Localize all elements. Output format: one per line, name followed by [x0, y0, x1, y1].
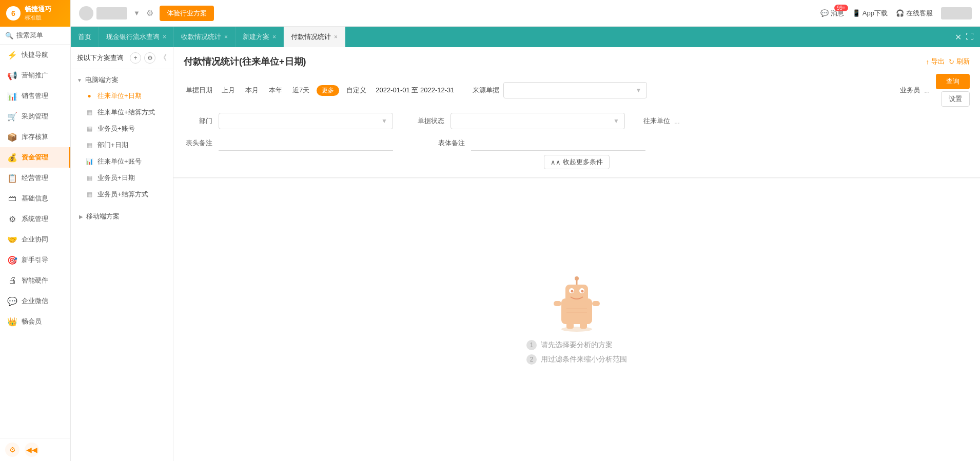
sidebar-item-cooperation[interactable]: 🤝 企业协同 — [0, 229, 70, 250]
salesperson-filter-group: 业务员 ... — [891, 86, 930, 95]
scheme-item-icon-table: ▦ — [85, 108, 93, 116]
svg-rect-12 — [580, 323, 587, 329]
export-btn[interactable]: ↑ 导出 — [926, 57, 945, 66]
topbar-dropdown-icon[interactable]: ▼ — [133, 9, 140, 17]
tab-new-scheme-close[interactable]: × — [272, 34, 276, 40]
source-select[interactable]: ▼ — [503, 82, 647, 98]
scheme-item-partner-date[interactable]: ● 往来单位+日期 — [71, 88, 173, 104]
tab-cash-flow-close[interactable]: × — [163, 34, 166, 40]
sidebar-item-label: 企业微信 — [22, 296, 48, 306]
order-status-select[interactable]: ▼ — [450, 113, 625, 129]
dept-select[interactable]: ▼ — [219, 113, 393, 129]
scheme-item-partner-account[interactable]: 📊 往来单位+账号 — [71, 153, 173, 170]
trial-btn[interactable]: 体验行业方案 — [160, 6, 214, 21]
date-opt-custom[interactable]: 自定义 — [343, 85, 369, 96]
sidebar-item-quick-nav[interactable]: ⚡ 快捷导航 — [0, 45, 70, 65]
export-icon: ↑ — [926, 58, 930, 66]
scheme-item-partner-settle[interactable]: ▦ 往来单位+结算方式 — [71, 104, 173, 121]
scheme-item-salesperson-date[interactable]: ▦ 业务员+日期 — [71, 170, 173, 186]
scheme-group-desktop-header[interactable]: ▼ 电脑端方案 — [71, 72, 173, 88]
scheme-add-btn[interactable]: + — [130, 52, 141, 64]
sidebar-item-label: 基础信息 — [22, 194, 48, 203]
date-opt-last-month[interactable]: 上月 — [219, 85, 238, 96]
partner-filter-group: 往来单位 ... — [641, 116, 970, 126]
topbar-settings-icon[interactable]: ⚙ — [146, 8, 153, 18]
tab-collection-stats[interactable]: 收款情况统计 × — [174, 27, 236, 47]
sidebar-item-operation[interactable]: 📋 经营管理 — [0, 168, 70, 188]
sidebar-item-basic-info[interactable]: 🗃 基础信息 — [0, 188, 70, 209]
sidebar-item-inventory[interactable]: 📦 库存核算 — [0, 127, 70, 147]
date-opt-this-year[interactable]: 本年 — [266, 85, 285, 96]
online-service-btn[interactable]: 🎧 在线客服 — [896, 9, 933, 18]
sidebar-item-label: 企业协同 — [22, 235, 48, 244]
sidebar-item-sales[interactable]: 📊 销售管理 — [0, 86, 70, 106]
tabbar-right-actions: ✕ ⛶ — [955, 32, 980, 42]
scheme-panel-actions: + ⚙ — [130, 52, 155, 64]
scheme-collapse-btn[interactable]: 《 — [160, 53, 167, 63]
tab-expand-btn[interactable]: ⛶ — [966, 32, 974, 42]
date-opt-more[interactable]: 更多 — [317, 85, 339, 96]
tab-home[interactable]: 首页 — [71, 27, 99, 47]
table-header-note-input[interactable] — [219, 135, 393, 151]
message-btn[interactable]: 💬 消息 99+ — [820, 9, 844, 18]
date-opt-last-7-days[interactable]: 近7天 — [289, 85, 312, 96]
collapse-more-btn[interactable]: ∧∧ 收起更多条件 — [544, 155, 610, 169]
topbar-actions: 💬 消息 99+ 📱 App下载 🎧 在线客服 — [820, 7, 972, 19]
sidebar-item-system[interactable]: ⚙ 系统管理 — [0, 209, 70, 229]
date-opt-this-month[interactable]: 本月 — [242, 85, 262, 96]
tab-close-all-btn[interactable]: ✕ — [955, 32, 962, 42]
user-account-btn[interactable] — [941, 7, 972, 19]
dept-select-arrow: ▼ — [381, 117, 387, 125]
settings-btn[interactable]: 设置 — [941, 91, 970, 107]
scheme-item-salesperson-settle[interactable]: ▦ 业务员+结算方式 — [71, 186, 173, 203]
collapse-row: ∧∧ 收起更多条件 — [184, 155, 970, 169]
search-menu[interactable]: 🔍 搜索菜单 — [0, 27, 70, 45]
sidebar-item-capital[interactable]: 💰 资金管理 — [0, 147, 70, 168]
main-area: ▼ ⚙ 体验行业方案 💬 消息 99+ 📱 App下载 🎧 在线客服 — [71, 0, 980, 461]
tip-num-1: 1 — [526, 340, 537, 350]
scheme-settings-btn[interactable]: ⚙ — [144, 52, 155, 64]
user-name-placeholder — [96, 7, 127, 19]
sidebar-item-wechat[interactable]: 💬 企业微信 — [0, 291, 70, 311]
scheme-item-dept-date[interactable]: ▦ 部门+日期 — [71, 137, 173, 153]
sidebar-item-member[interactable]: 👑 畅会员 — [0, 311, 70, 332]
empty-tip-2: 2 用过滤条件来缩小分析范围 — [526, 354, 627, 365]
refresh-btn[interactable]: ↻ 刷新 — [949, 57, 970, 66]
tab-new-scheme[interactable]: 新建方案 × — [236, 27, 284, 47]
search-menu-label: 搜索菜单 — [16, 31, 43, 40]
user-account-placeholder — [941, 7, 972, 19]
svg-rect-11 — [566, 323, 574, 329]
cooperation-icon: 🤝 — [7, 234, 17, 245]
tab-cash-flow[interactable]: 现金银行流水查询 × — [99, 27, 174, 47]
sidebar-item-label: 销售管理 — [22, 91, 48, 101]
sidebar-item-guide[interactable]: 🎯 新手引导 — [0, 250, 70, 270]
tab-payment-stats-label: 付款情况统计 — [291, 32, 331, 42]
sidebar-item-hardware[interactable]: 🖨 智能硬件 — [0, 270, 70, 291]
app-download-btn[interactable]: 📱 App下载 — [852, 9, 888, 18]
sidebar-item-marketing[interactable]: 📢 营销推广 — [0, 65, 70, 86]
salesperson-dots-btn[interactable]: ... — [924, 87, 930, 94]
content-area: 按以下方案查询 + ⚙ 《 ▼ 电脑端方案 ● 往来单位+日期 ▦ — [71, 47, 980, 461]
scheme-group-mobile-header[interactable]: ▶ 移动端方案 — [71, 209, 173, 224]
collapse-up-icon: ∧∧ — [551, 158, 561, 166]
scheme-item-label: 部门+日期 — [97, 141, 128, 150]
sidebar-item-purchase[interactable]: 🛒 采购管理 — [0, 106, 70, 127]
page-title: 付款情况统计(往来单位+日期) — [184, 55, 306, 68]
scheme-item-label: 业务员+日期 — [97, 173, 135, 183]
tab-payment-stats-close[interactable]: × — [334, 34, 338, 40]
tab-collection-stats-close[interactable]: × — [224, 34, 228, 40]
scheme-group-arrow-down: ▼ — [77, 77, 82, 83]
partner-dots-btn[interactable]: ... — [674, 117, 680, 125]
sidebar-settings-btn[interactable]: ⚙ — [5, 443, 19, 457]
scheme-item-salesperson-account[interactable]: ▦ 业务员+账号 — [71, 121, 173, 137]
tab-payment-stats[interactable]: 付款情况统计 × — [284, 27, 345, 47]
query-btn[interactable]: 查询 — [936, 74, 970, 89]
tab-new-scheme-label: 新建方案 — [243, 32, 269, 42]
salesperson-label: 业务员 — [891, 86, 920, 95]
topbar: ▼ ⚙ 体验行业方案 💬 消息 99+ 📱 App下载 🎧 在线客服 — [71, 0, 980, 27]
table-body-note-input[interactable] — [471, 135, 645, 151]
online-service-label: 在线客服 — [906, 9, 933, 18]
sidebar-collapse-btn[interactable]: ◀◀ — [25, 443, 39, 457]
filter-row-3: 表头备注 表体备注 — [184, 135, 970, 151]
app-edition: 标准版 — [25, 14, 51, 22]
